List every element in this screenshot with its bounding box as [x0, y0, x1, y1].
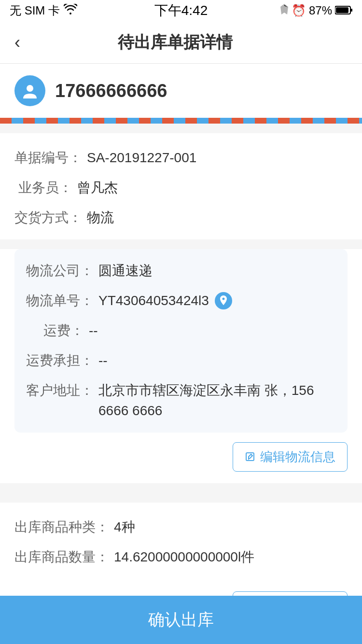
nav-bar: ‹ 待出库单据详情	[0, 21, 362, 64]
edit-logistics-button[interactable]: 编辑物流信息	[233, 442, 348, 472]
product-type-value: 4种	[114, 517, 348, 537]
salesman-row: 业务员： 曾凡杰	[14, 178, 348, 198]
customer-header: 17666666666	[0, 64, 362, 118]
product-type-label: 出库商品种类：	[14, 517, 109, 537]
edit-btn-row: 编辑物流信息	[0, 442, 362, 483]
svg-point-3	[27, 85, 33, 92]
logistics-company-label: 物流公司：	[26, 261, 94, 281]
alarm-icon: ⏰	[292, 4, 306, 17]
logistics-tracking-row: 物流单号： YT43064053424l3	[26, 291, 336, 311]
battery-percent: 87%	[309, 4, 332, 17]
page-title: 待出库单据详情	[30, 31, 320, 54]
logistics-tracking-value: YT43064053424l3	[98, 291, 336, 311]
product-quantity-row: 出库商品数量： 14.62000000000000l件	[14, 547, 348, 567]
status-right: ⏰ 87%	[280, 4, 352, 17]
product-quantity-label: 出库商品数量：	[14, 547, 109, 567]
status-time: 下午4:42	[154, 1, 208, 20]
svg-rect-2	[351, 9, 352, 12]
wifi-icon	[64, 4, 77, 17]
customer-phone: 17666666666	[55, 81, 167, 101]
delivery-row: 交货方式： 物流	[14, 208, 348, 228]
address-row: 客户地址： 北京市市辖区海淀区永丰南 张，156 6666 6666	[26, 380, 336, 421]
freight-row: 运费： --	[26, 321, 336, 341]
track-location-button[interactable]	[215, 292, 232, 309]
logistics-card: 物流公司： 圆通速递 物流单号： YT43064053424l3 运费： -- …	[14, 249, 348, 433]
freight-bearer-row: 运费承担： --	[26, 350, 336, 371]
confirm-btn-bar[interactable]: 确认出库	[0, 596, 362, 644]
product-quantity-value: 14.62000000000000l件	[114, 547, 348, 567]
order-info-section: 单据编号： SA-20191227-001 业务员： 曾凡杰 交货方式： 物流	[0, 133, 362, 239]
avatar	[14, 75, 45, 106]
product-section: 出库商品种类： 4种 出库商品数量： 14.62000000000000l件	[0, 503, 362, 582]
address-value: 北京市市辖区海淀区永丰南 张，156 6666 6666	[98, 380, 336, 421]
status-bar: 无 SIM 卡 下午4:42 ⏰ 87%	[0, 0, 362, 21]
logistics-tracking-label: 物流单号：	[26, 291, 94, 311]
carrier-text: 无 SIM 卡	[10, 3, 60, 18]
product-type-row: 出库商品种类： 4种	[14, 517, 348, 537]
status-left: 无 SIM 卡	[10, 3, 77, 18]
battery-icon	[335, 4, 352, 17]
delivery-label: 交货方式：	[14, 208, 82, 228]
salesman-label: 业务员：	[14, 178, 72, 198]
zigzag-divider	[0, 118, 362, 124]
delivery-value: 物流	[87, 208, 348, 228]
address-label: 客户地址：	[26, 380, 94, 401]
back-button[interactable]: ‹	[14, 32, 20, 53]
location-icon	[280, 4, 289, 17]
order-no-row: 单据编号： SA-20191227-001	[14, 148, 348, 168]
section-divider	[0, 483, 362, 493]
logistics-company-value: 圆通速递	[98, 261, 336, 281]
order-no-label: 单据编号：	[14, 148, 82, 168]
edit-logistics-label: 编辑物流信息	[260, 448, 335, 465]
order-no-value: SA-20191227-001	[87, 148, 348, 168]
freight-label: 运费：	[26, 321, 84, 341]
logistics-company-row: 物流公司： 圆通速递	[26, 261, 336, 281]
freight-value: --	[89, 321, 336, 341]
salesman-value: 曾凡杰	[77, 178, 348, 198]
freight-bearer-value: --	[98, 350, 336, 371]
freight-bearer-label: 运费承担：	[26, 350, 94, 371]
svg-rect-4	[246, 453, 254, 461]
svg-rect-1	[336, 7, 348, 13]
confirm-btn-label: 确认出库	[148, 609, 214, 631]
